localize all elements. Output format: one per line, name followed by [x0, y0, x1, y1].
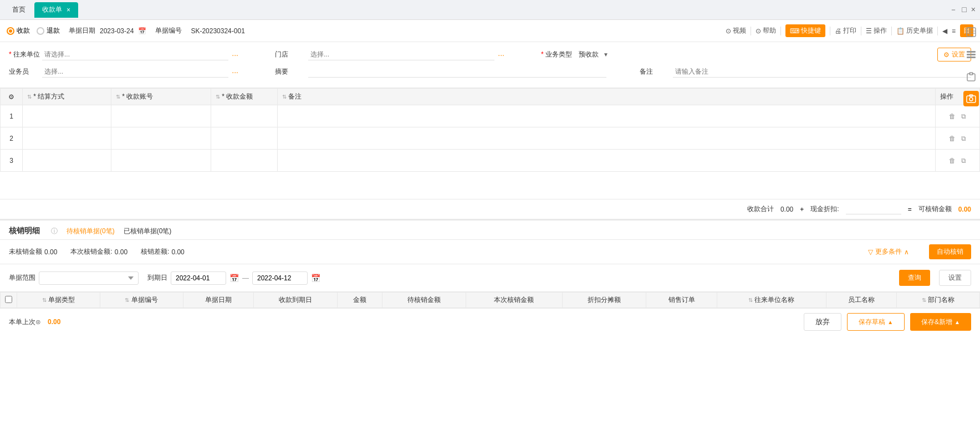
remark-input[interactable] — [673, 66, 971, 78]
prev-nav-button[interactable]: ◀ — [942, 27, 947, 35]
row-1-num: 1 — [1, 105, 23, 127]
help-icon: ⊙ — [756, 27, 761, 35]
row-2-delete-icon[interactable]: 🗑 — [949, 135, 956, 142]
row-1-delete-icon[interactable]: 🗑 — [949, 112, 956, 120]
date-from-calendar-icon[interactable]: 📅 — [229, 274, 239, 283]
store-field: 门店 ··· — [275, 49, 508, 60]
summary-label: 摘要 — [275, 67, 308, 76]
row-3-amount[interactable] — [211, 150, 278, 172]
filter-setting-button[interactable]: 设置 — [939, 270, 971, 286]
tab-home[interactable]: 首页 — [4, 2, 33, 18]
store-more-icon[interactable]: ··· — [494, 50, 508, 59]
doc-date-calendar-icon[interactable]: 📅 — [138, 27, 146, 35]
writeoff-stats: 未核销金额 0.00 本次核销金额: 0.00 核销差额: 0.00 ▽ 更多条… — [0, 240, 980, 264]
sort-dept-icon[interactable]: ⇅ — [922, 297, 926, 303]
business-type-chevron-icon[interactable]: ▼ — [603, 52, 609, 58]
sum-label: 收款合计 — [747, 204, 774, 214]
store-input[interactable] — [308, 49, 494, 60]
bottom-bar: 本单上次⊙ 0.00 放弃 保存草稿 ▲ 保存&新增 ▲ — [0, 308, 980, 335]
row-3-remark[interactable] — [278, 150, 936, 172]
tab-done[interactable]: 已核销单据(0笔) — [124, 227, 172, 236]
history-button[interactable]: 📋 历史单据 — [896, 26, 933, 35]
range-label: 单据范围 — [9, 273, 35, 283]
counterpart-more-icon[interactable]: ··· — [228, 50, 242, 59]
date-to-input[interactable] — [252, 271, 308, 285]
discount-input[interactable] — [846, 204, 901, 214]
operation-button[interactable]: ☰ 操作 — [866, 26, 887, 35]
sort-no-icon[interactable]: ⇅ — [125, 297, 129, 303]
toolbar: 收款 退款 单据日期 2023-03-24 📅 单据编号 SK-20230324… — [0, 20, 980, 42]
writeoff-section: 核销明细 ⓘ 待核销单据(0笔) 已核销单据(0笔) 未核销金额 0.00 本次… — [0, 219, 980, 308]
divider-1 — [751, 27, 751, 35]
range-select[interactable] — [39, 271, 139, 285]
summary-input[interactable] — [308, 66, 606, 78]
sort-remark-icon[interactable]: ⇅ — [282, 94, 287, 100]
col-gear-header[interactable]: ⚙ — [1, 89, 23, 105]
row-3-account[interactable] — [111, 150, 211, 172]
radio-collect[interactable]: 收款 — [7, 26, 30, 35]
date-to-calendar-icon[interactable]: 📅 — [311, 274, 320, 283]
tab-pending[interactable]: 待核销单据(0笔) — [67, 227, 115, 236]
maximize-button[interactable]: □ — [962, 5, 966, 15]
abandon-button[interactable]: 放弃 — [804, 313, 841, 331]
row-1-copy-icon[interactable]: ⧉ — [961, 112, 966, 120]
sort-counterpart-icon[interactable]: ⇅ — [748, 297, 753, 303]
shortcut-button[interactable]: ⌨ 快捷键 — [785, 24, 825, 37]
sidebar-table-icon[interactable] — [963, 24, 979, 40]
staff-more-icon[interactable]: ··· — [228, 68, 242, 76]
form-row-2: 业务员 ··· 摘要 备注 — [9, 66, 971, 78]
doc-date-label: 单据日期 — [69, 26, 95, 35]
sidebar-camera-icon[interactable] — [963, 91, 979, 106]
print-button[interactable]: 🖨 打印 — [835, 26, 856, 35]
row-2-account[interactable] — [111, 127, 211, 150]
select-all-checkbox[interactable] — [5, 296, 12, 303]
close-button[interactable]: × — [971, 5, 976, 15]
bottom-table-header: ⇅ 单据类型 ⇅ 单据编号 单据日期 收款到期日 — [1, 293, 980, 308]
row-3-copy-icon[interactable]: ⧉ — [961, 157, 966, 165]
unverified-stat: 未核销金额 0.00 — [9, 247, 57, 257]
staff-input[interactable] — [42, 66, 228, 78]
row-2-remark[interactable] — [278, 127, 936, 150]
row-1-account[interactable] — [111, 105, 211, 127]
auto-writeoff-button[interactable]: 自动核销 — [929, 244, 971, 259]
row-3-settlement[interactable] — [23, 150, 111, 172]
save-draft-button[interactable]: 保存草稿 ▲ — [847, 313, 905, 331]
sort-account-icon[interactable]: ⇅ — [116, 94, 120, 100]
more-conditions-button[interactable]: ▽ 更多条件 ∧ — [868, 247, 909, 257]
row-2-num: 2 — [1, 127, 23, 150]
counterpart-label: 往来单位 — [9, 50, 42, 59]
video-button[interactable]: ⊙ 视频 — [726, 26, 746, 35]
chevron-up-icon: ∧ — [904, 248, 909, 256]
row-2-settlement[interactable] — [23, 127, 111, 150]
tab-close-icon[interactable]: × — [67, 6, 70, 14]
doc-no-label: 单据编号 — [155, 26, 182, 35]
counterpart-input[interactable] — [42, 49, 228, 60]
writeoff-info-icon[interactable]: ⓘ — [51, 227, 58, 236]
plus-sign: + — [800, 206, 804, 213]
radio-refund[interactable]: 退款 — [37, 26, 60, 35]
minimize-button[interactable]: － — [950, 5, 957, 15]
row-1-remark[interactable] — [278, 105, 936, 127]
row-1-settlement[interactable] — [23, 105, 111, 127]
help-button[interactable]: ⊙ 帮助 — [756, 26, 776, 35]
sidebar-clip-icon[interactable] — [963, 69, 979, 84]
sidebar-list-icon[interactable] — [963, 47, 979, 62]
save-new-button[interactable]: 保存&新增 ▲ — [910, 313, 971, 331]
query-button[interactable]: 查询 — [899, 270, 930, 286]
layout-button[interactable]: ≡ — [952, 27, 956, 35]
row-2-amount[interactable] — [211, 127, 278, 150]
filter-icon: ▽ — [868, 248, 873, 256]
table-gear-icon[interactable]: ⚙ — [8, 93, 14, 101]
sort-type-icon[interactable]: ⇅ — [42, 297, 47, 303]
table-row: 1 🗑 ⧉ — [1, 105, 980, 127]
discount-label: 现金折扣: — [810, 204, 839, 214]
row-3-delete-icon[interactable]: 🗑 — [949, 157, 956, 165]
sort-amount-icon[interactable]: ⇅ — [216, 94, 220, 100]
current-stat: 本次核销金额: 0.00 — [70, 247, 127, 257]
row-2-copy-icon[interactable]: ⧉ — [961, 135, 966, 142]
tab-receipt[interactable]: 收款单 × — [34, 2, 78, 18]
sort-settlement-icon[interactable]: ⇅ — [27, 94, 32, 100]
form-area: 往来单位 ··· 门店 ··· 业务类型 预收款 ▼ — [0, 42, 980, 88]
row-1-amount[interactable] — [211, 105, 278, 127]
date-from-input[interactable] — [171, 271, 226, 285]
